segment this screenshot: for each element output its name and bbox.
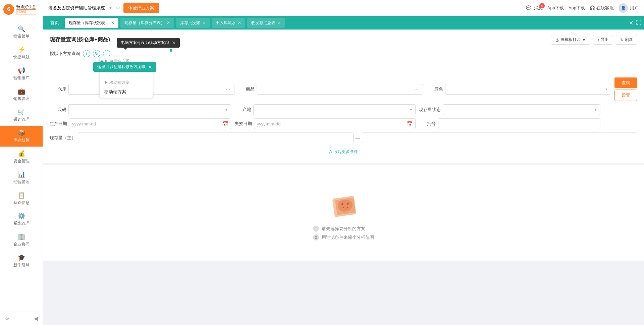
expire-date-input[interactable]: yyyy-mm-dd 📅	[254, 118, 416, 129]
sidebar-item-search[interactable]: 🔍 搜索菜单	[0, 22, 43, 43]
goods-select[interactable]: ···	[257, 84, 423, 95]
expire-date-icon: 📅	[407, 121, 413, 126]
msg-badge: 6	[539, 3, 545, 8]
scheme-list-mobile-item[interactable]: 移动端方案	[100, 86, 153, 98]
tab-batch-ledger-label: 库存批次账	[180, 20, 200, 26]
filter-refresh-btn[interactable]: ↻	[93, 50, 100, 57]
app-download-text[interactable]: App下载	[569, 5, 585, 11]
tab-batch-ledger[interactable]: 库存批次账 ✕	[176, 18, 210, 28]
collapse-bar[interactable]: ⋀ 收起更多条件	[50, 146, 637, 157]
tab-in-out-flow-close[interactable]: ✕	[238, 20, 241, 25]
form-item-stock-status: 现存量状态 ▼	[419, 104, 600, 115]
settings-icon[interactable]: ⚙	[5, 315, 9, 322]
warehouse-dots[interactable]: ···	[224, 86, 231, 92]
basic-icon: 📋	[18, 192, 25, 199]
sidebar-item-inventory-label: 库存核算	[13, 138, 30, 143]
tab-bar: 首页 现存量（库存状况表） ✕ 现存量（库存分布表） ✕ 库存批次账 ✕ 出入库…	[43, 16, 644, 30]
form-item-batch: 批号	[419, 118, 600, 129]
dropdown-arrow-icon[interactable]: ▼	[108, 5, 113, 10]
sidebar-item-sales-label: 销售管理	[13, 96, 30, 102]
expire-date-label: 失效日期	[234, 121, 252, 127]
tooltip-scheme: 这里可以创建和修改方案哦 ✕	[93, 62, 156, 72]
sales-icon: 💼	[18, 88, 25, 95]
sidebar-item-purchase[interactable]: 🛒 采购管理	[0, 105, 43, 126]
color-label: 颜色	[426, 86, 443, 92]
batch-input[interactable]	[438, 118, 600, 129]
form-item-stock-main: 现存量（主） —	[50, 132, 637, 143]
tab-receive-summary[interactable]: 收发存汇总表 ✕	[247, 18, 285, 28]
step-2-text: 用过滤条件来缩小分析范围	[322, 234, 374, 240]
panel-title-actions: 🖨 按模板打印 ▼ ↑ 导出 ↻ 刷新	[551, 35, 637, 45]
marketing-icon: 📢	[18, 67, 25, 74]
tooltip-scheme-close[interactable]: ✕	[148, 64, 152, 70]
sidebar-logo: 6 畅通好生意 标准版	[0, 0, 43, 19]
headset-icon: 🎧	[590, 5, 595, 10]
app-download-link[interactable]: App下载	[547, 5, 564, 11]
export-btn[interactable]: ↑ 导出	[593, 35, 613, 45]
sidebar-item-operations-label: 经营管理	[13, 179, 30, 185]
form-item-produce-date: 生产日期 yyyy-mm-dd 📅	[50, 118, 231, 129]
origin-select[interactable]: ▼	[253, 104, 416, 115]
tab-close-all-icon[interactable]: ✕	[629, 20, 633, 26]
tab-home[interactable]: 首页	[46, 16, 64, 30]
tab-stock-dist-close[interactable]: ✕	[167, 20, 170, 25]
stock-main-to[interactable]	[362, 132, 638, 143]
sidebar-item-sales[interactable]: 💼 销售管理	[0, 84, 43, 105]
sidebar-item-finance[interactable]: 💰 资金管理	[0, 147, 43, 167]
tab-stock-status[interactable]: 现存量（库存状况表） ✕	[65, 18, 118, 28]
stock-main-range: —	[78, 132, 637, 143]
tab-receive-summary-close[interactable]: ✕	[277, 20, 281, 25]
print-btn[interactable]: 🖨 按模板打印 ▼	[551, 35, 590, 45]
stock-status-select[interactable]: ▼	[443, 104, 600, 115]
refresh-btn[interactable]: ↻ 刷新	[616, 35, 637, 45]
svg-point-3	[341, 203, 343, 205]
search-icon: 🔍	[18, 25, 25, 33]
collapse-icon[interactable]: ◀	[34, 315, 38, 322]
color-select[interactable]: ▼	[445, 84, 611, 95]
main: 装备及固定资产辅助管理系统 ▼ ⚙ 体验行业方案 💬 6 消息 App下载 Ap…	[43, 0, 644, 325]
print-icon: 🖨	[555, 38, 559, 42]
online-service-link[interactable]: 🎧 在线客服	[590, 5, 614, 11]
settings-gear-icon[interactable]: ⚙	[116, 5, 120, 10]
system-name: 装备及固定资产辅助管理系统	[48, 5, 105, 11]
tooltip-scheme-text: 这里可以创建和修改方案哦	[97, 64, 146, 70]
export-label: 导出	[601, 37, 609, 43]
sidebar-item-inventory[interactable]: 📦 库存核算	[0, 126, 43, 147]
trial-btn[interactable]: 体验行业方案	[123, 3, 159, 13]
stock-main-from[interactable]	[78, 132, 354, 143]
tooltip-desktop-close[interactable]: ✕	[172, 40, 176, 46]
goods-dots[interactable]: ···	[413, 86, 420, 92]
filter-add-btn[interactable]: +	[83, 50, 90, 57]
sidebar-item-quick-nav[interactable]: ⚡ 快捷导航	[0, 43, 43, 63]
logo-icon: 6	[3, 4, 14, 15]
search-btn[interactable]: 查询	[614, 77, 637, 88]
scheme-divider	[100, 77, 153, 77]
sidebar-item-system-label: 系统管理	[13, 221, 30, 226]
tab-stock-status-close[interactable]: ✕	[111, 20, 114, 25]
top-header: 装备及固定资产辅助管理系统 ▼ ⚙ 体验行业方案 💬 6 消息 App下载 Ap…	[43, 0, 644, 16]
operations-icon: 📊	[18, 171, 25, 178]
warehouse-label: 仓库	[50, 86, 66, 92]
sidebar-item-guide[interactable]: 🎓 新手引导	[0, 251, 43, 271]
form-item-color: 颜色 ▼	[426, 84, 611, 95]
size-select[interactable]: ▼	[68, 104, 231, 115]
goods-label: 商品	[238, 86, 255, 92]
produce-date-input[interactable]: yyyy-mm-dd 📅	[69, 118, 231, 129]
tab-in-out-flow[interactable]: 出入库流水 ✕	[212, 18, 245, 28]
tab-stock-dist[interactable]: 现存量（库存分布表） ✕	[120, 18, 174, 28]
step-2-num: 2	[313, 234, 319, 240]
tab-batch-ledger-close[interactable]: ✕	[202, 20, 206, 25]
tab-fullscreen-icon[interactable]: ⛶	[636, 20, 641, 26]
sidebar-item-system[interactable]: ⚙️ 系统管理	[0, 209, 43, 230]
sidebar-item-enterprise[interactable]: 🏢 企业协同	[0, 230, 43, 251]
msg-icon-wrap[interactable]: 💬 6 消息	[526, 5, 543, 11]
form-item-size: 尺码 ▼	[50, 104, 231, 115]
sidebar-item-basic[interactable]: 📋 基础信息	[0, 188, 43, 209]
empty-svg	[327, 185, 364, 222]
user-label: 用户	[630, 5, 639, 11]
sidebar-item-marketing[interactable]: 📢 营销推广	[0, 63, 43, 84]
filter-label-text: 按以下方案查询	[50, 51, 80, 57]
empty-state: 1 请先选择要分析的方案 2 用过滤条件来缩小分析范围	[43, 165, 644, 261]
reset-btn[interactable]: 设置	[614, 90, 637, 101]
sidebar-item-operations[interactable]: 📊 经营管理	[0, 167, 43, 188]
